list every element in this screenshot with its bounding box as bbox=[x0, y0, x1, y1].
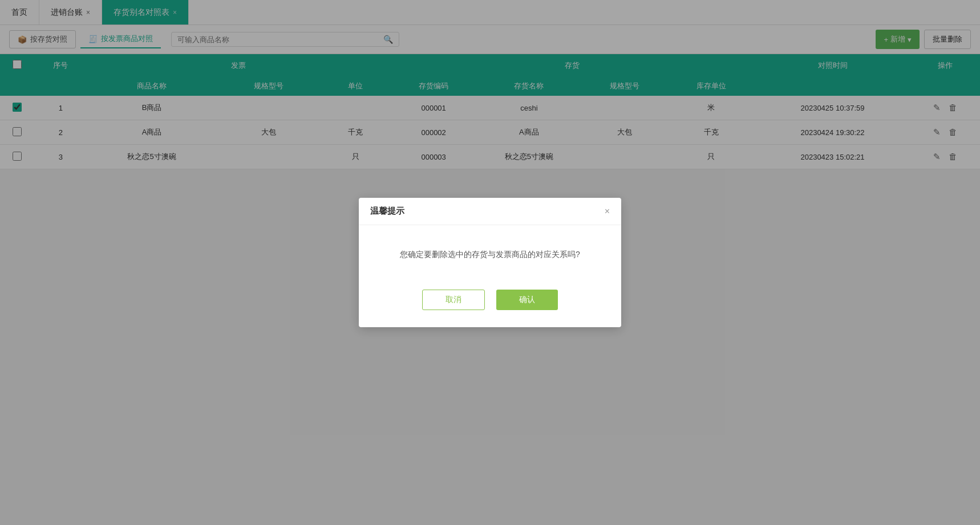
dialog-cancel-button[interactable]: 取消 bbox=[422, 290, 485, 310]
dialog-footer: 取消 确认 bbox=[359, 278, 621, 327]
dialog-overlay: 温馨提示 × 您确定要删除选中的存货与发票商品的对应关系吗? 取消 确认 bbox=[0, 0, 980, 525]
dialog-confirm-button[interactable]: 确认 bbox=[496, 290, 558, 310]
dialog-body: 您确定要删除选中的存货与发票商品的对应关系吗? bbox=[359, 225, 621, 278]
dialog-message: 您确定要删除选中的存货与发票商品的对应关系吗? bbox=[400, 250, 580, 259]
dialog-header: 温馨提示 × bbox=[359, 198, 621, 225]
confirm-dialog: 温馨提示 × 您确定要删除选中的存货与发票商品的对应关系吗? 取消 确认 bbox=[359, 198, 621, 327]
dialog-title: 温馨提示 bbox=[370, 206, 404, 217]
dialog-close-button[interactable]: × bbox=[605, 207, 610, 216]
